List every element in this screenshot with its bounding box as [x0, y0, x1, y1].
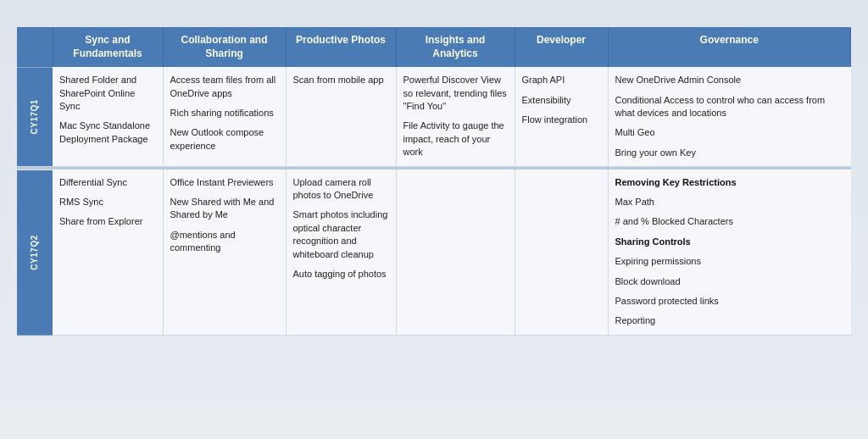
- cell-CY17Q2-insights: [396, 169, 515, 336]
- cell-CY17Q1-gov: New OneDrive Admin ConsoleConditional Ac…: [608, 67, 851, 166]
- table-header: Sync andFundamentals Collaboration andSh…: [17, 27, 851, 67]
- cell-CY17Q1-collab: Access team files from all OneDrive apps…: [163, 67, 286, 166]
- cell-CY17Q2-dev: [515, 169, 608, 336]
- header-collab: Collaboration andSharing: [163, 27, 286, 67]
- cell-CY17Q2-gov: Removing Key RestrictionsMax Path# and %…: [608, 169, 851, 336]
- header-gov: Governance: [608, 27, 851, 67]
- header-sync: Sync andFundamentals: [53, 27, 163, 67]
- cell-CY17Q1-dev: Graph APIExtensibilityFlow integration: [515, 67, 608, 166]
- cell-CY17Q2-collab: Office Instant PreviewersNew Shared with…: [163, 169, 286, 336]
- table-row: CY17Q1Shared Folder and SharePoint Onlin…: [17, 67, 851, 166]
- header-row-label: [17, 27, 53, 67]
- cell-CY17Q1-photos: Scan from mobile app: [286, 67, 396, 166]
- table-row: CY17Q2Differential SyncRMS SyncShare fro…: [17, 169, 851, 336]
- cell-CY17Q1-insights: Powerful Discover View so relevant, tren…: [396, 67, 515, 166]
- row-label-CY17Q1: CY17Q1: [17, 67, 53, 166]
- page-wrapper: Sync andFundamentals Collaboration andSh…: [0, 0, 868, 439]
- row-label-CY17Q2: CY17Q2: [17, 169, 53, 336]
- roadmap-table: Sync andFundamentals Collaboration andSh…: [17, 27, 851, 336]
- header-insights: Insights and Analytics: [396, 27, 515, 67]
- cell-CY17Q2-photos: Upload camera roll photos to OneDriveSma…: [286, 169, 396, 336]
- cell-CY17Q1-sync: Shared Folder and SharePoint Online Sync…: [53, 67, 163, 166]
- header-dev: Developer: [515, 27, 608, 67]
- header-photos: Productive Photos: [286, 27, 396, 67]
- cell-CY17Q2-sync: Differential SyncRMS SyncShare from Expl…: [53, 169, 163, 336]
